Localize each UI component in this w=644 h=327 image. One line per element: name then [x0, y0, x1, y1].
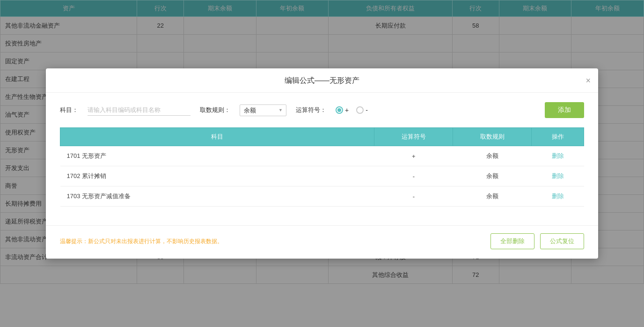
radio-plus[interactable]: + [336, 106, 349, 114]
subject-label: 科目： [60, 106, 78, 114]
table-header-action: 操作 [532, 128, 584, 146]
modal-header: 编辑公式——无形资产 × [46, 68, 598, 93]
delete-link-2[interactable]: 删除 [552, 193, 564, 200]
warning-text: 温馨提示：新公式只对未出报表进行计算，不影响历史报表数据。 [60, 238, 223, 245]
table-header-rule: 取数规则 [453, 128, 532, 146]
radio-plus-label: + [345, 106, 349, 114]
modal-close-button[interactable]: × [585, 76, 591, 85]
formula-operator-0: + [374, 146, 453, 166]
modal-footer: 温馨提示：新公式只对未出报表进行计算，不影响历史报表数据。 全部删除 公式复位 [46, 226, 598, 259]
radio-minus-circle [356, 106, 364, 114]
formula-operator-2: - [374, 186, 453, 207]
rule-select-wrap: 余额 借方发生额 贷方发生额 [240, 104, 286, 116]
radio-plus-circle [336, 106, 343, 114]
formula-action-2: 删除 [532, 186, 584, 207]
formula-subject-0: 1701 无形资产 [60, 146, 374, 166]
formula-rule-2: 余额 [453, 186, 532, 207]
modal-dialog: 编辑公式——无形资产 × 科目： 取数规则： 余额 借方发生额 贷方发生额 运算… [46, 68, 598, 259]
reset-button[interactable]: 公式复位 [540, 233, 584, 249]
table-header-subject: 科目 [60, 128, 374, 146]
modal-overlay: 编辑公式——无形资产 × 科目： 取数规则： 余额 借方发生额 贷方发生额 运算… [0, 0, 644, 327]
add-button[interactable]: 添加 [545, 102, 584, 118]
formula-table: 科目 运算符号 取数规则 操作 1701 无形资产+余额删除1702 累计摊销-… [60, 127, 584, 207]
delete-all-button[interactable]: 全部删除 [490, 233, 534, 249]
formula-subject-2: 1703 无形资产减值准备 [60, 186, 374, 207]
radio-minus[interactable]: - [356, 106, 368, 114]
formula-action-1: 删除 [532, 166, 584, 186]
formula-table-row: 1703 无形资产减值准备-余额删除 [60, 186, 584, 207]
formula-table-row: 1702 累计摊销-余额删除 [60, 166, 584, 186]
formula-action-0: 删除 [532, 146, 584, 166]
formula-rule-0: 余额 [453, 146, 532, 166]
rule-select[interactable]: 余额 借方发生额 贷方发生额 [240, 104, 286, 116]
modal-title: 编辑公式——无形资产 [285, 76, 359, 84]
subject-input[interactable] [88, 104, 190, 116]
radio-minus-label: - [366, 106, 368, 114]
footer-buttons: 全部删除 公式复位 [490, 233, 584, 249]
formula-table-row: 1701 无形资产+余额删除 [60, 146, 584, 166]
rule-label: 取数规则： [200, 106, 230, 114]
delete-link-1[interactable]: 删除 [552, 172, 564, 179]
form-row: 科目： 取数规则： 余额 借方发生额 贷方发生额 运算符号： + [60, 102, 584, 118]
modal-body: 科目： 取数规则： 余额 借方发生额 贷方发生额 运算符号： + [46, 93, 598, 225]
formula-rule-1: 余额 [453, 166, 532, 186]
table-header-operator: 运算符号 [374, 128, 453, 146]
formula-operator-1: - [374, 166, 453, 186]
operator-label: 运算符号： [296, 106, 326, 114]
formula-subject-1: 1702 累计摊销 [60, 166, 374, 186]
radio-group: + - [336, 106, 368, 114]
delete-link-0[interactable]: 删除 [552, 152, 564, 159]
